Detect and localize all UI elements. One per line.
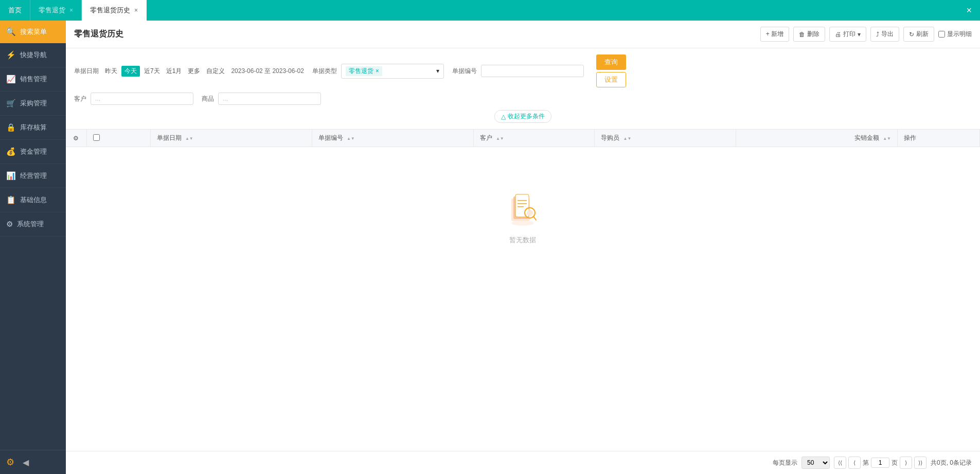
- svg-point-0: [511, 221, 534, 226]
- doc-number-filter-group: 单据编号: [452, 65, 584, 77]
- topbar-tabs: 首页 零售退货 × 零售退货历史 ×: [0, 0, 958, 21]
- empty-state: 暂无数据: [66, 147, 980, 286]
- date-opt-more[interactable]: 更多: [186, 66, 202, 77]
- print-button[interactable]: 🖨 打印 ▾: [829, 27, 866, 42]
- next-page-button[interactable]: ⟩: [900, 457, 912, 469]
- page-title: 零售退货历史: [74, 29, 123, 40]
- svg-line-8: [533, 216, 536, 220]
- topbar: 首页 零售退货 × 零售退货历史 × ×: [0, 0, 980, 21]
- customer-sort-icon: ▲▼: [496, 136, 504, 141]
- sidebar-item-finance[interactable]: 💰 资金管理: [0, 140, 66, 164]
- window-close-button[interactable]: ×: [958, 5, 980, 16]
- finance-icon: 💰: [6, 147, 16, 156]
- show-detail-checkbox[interactable]: [938, 31, 945, 38]
- purchase-icon: 🛒: [6, 99, 16, 108]
- sidebar-search-label: 搜索菜单: [20, 27, 47, 37]
- current-page-prefix: 第: [863, 459, 869, 467]
- speaker-icon[interactable]: ◀: [23, 458, 29, 467]
- svg-point-9: [527, 210, 533, 216]
- customer-placeholder: ...: [95, 95, 100, 102]
- th-checkbox[interactable]: [86, 130, 150, 147]
- show-detail-checkbox-label[interactable]: 显示明细: [938, 30, 972, 39]
- sidebar-item-label: 经营管理: [20, 171, 47, 180]
- sidebar-item-label: 采购管理: [20, 99, 47, 108]
- delete-button[interactable]: 🗑 删除: [793, 27, 825, 42]
- sales-icon: 📈: [6, 75, 16, 84]
- query-button[interactable]: 查询: [596, 54, 626, 70]
- date-opt-yesterday[interactable]: 昨天: [103, 66, 119, 77]
- th-doc-number[interactable]: 单据编号 ▲▼: [312, 130, 473, 147]
- filter-settings-button[interactable]: 设置: [596, 72, 626, 87]
- sidebar-bottom: ⚙ ◀: [0, 450, 66, 474]
- collapse-label: 收起更多条件: [508, 112, 545, 121]
- date-opt-today[interactable]: 今天: [121, 66, 140, 77]
- guide-sort-icon: ▲▼: [623, 136, 632, 141]
- last-page-button[interactable]: ⟩⟩: [914, 457, 926, 469]
- date-opt-1month[interactable]: 近1月: [164, 66, 184, 77]
- goods-placeholder: ...: [223, 95, 228, 102]
- sidebar-item-sales-mgmt[interactable]: 📈 销售管理: [0, 67, 66, 92]
- tab-retail-return-history[interactable]: 零售退货历史 ×: [82, 0, 147, 21]
- tab-retail-return-history-close[interactable]: ×: [134, 7, 138, 14]
- goods-select[interactable]: ...: [218, 93, 321, 105]
- refresh-button[interactable]: ↻ 刷新: [903, 27, 934, 42]
- empty-illustration: [502, 188, 543, 229]
- sidebar-item-quick-nav[interactable]: ⚡ 快捷导航: [0, 43, 66, 67]
- header-actions: + 新增 🗑 删除 🖨 打印 ▾ ⤴ 导出 ↻ 刷新: [760, 27, 972, 42]
- tab-retail-return[interactable]: 零售退货 ×: [30, 0, 82, 21]
- sidebar-search[interactable]: 🔍 搜索菜单: [0, 21, 66, 43]
- tab-home[interactable]: 首页: [0, 0, 30, 21]
- page-size-label: 每页显示: [773, 459, 797, 467]
- first-page-button[interactable]: ⟨⟨: [834, 457, 846, 469]
- table-container: ⚙ 单据日期 ▲▼ 单据编号 ▲▼: [66, 130, 980, 451]
- tab-retail-return-close[interactable]: ×: [69, 7, 73, 14]
- collapse-filters-button[interactable]: △ 收起更多条件: [494, 110, 551, 123]
- doc-date-sort-icon: ▲▼: [185, 136, 193, 141]
- customer-filter-group: 客户 ...: [74, 93, 193, 105]
- tab-home-label: 首页: [8, 6, 22, 15]
- system-icon: ⚙: [6, 220, 13, 229]
- sidebar-item-label: 快捷导航: [20, 50, 47, 60]
- th-guide[interactable]: 导购员 ▲▼: [595, 130, 736, 147]
- sidebar-item-label: 基础信息: [20, 195, 47, 205]
- page-number-input[interactable]: 1: [871, 458, 889, 468]
- doc-number-input[interactable]: [481, 65, 584, 77]
- th-customer[interactable]: 客户 ▲▼: [473, 130, 595, 147]
- page-suffix: 页: [892, 459, 898, 467]
- sidebar-item-system-mgmt[interactable]: ⚙ 系统管理: [0, 212, 66, 236]
- pagination: 每页显示 10 20 50 100 ⟨⟨ ⟨ 第 1 页 ⟩ ⟩⟩ 共0页, 0…: [66, 451, 980, 474]
- export-button[interactable]: ⤴ 导出: [870, 27, 899, 42]
- basic-info-icon: 📋: [6, 195, 16, 205]
- date-opt-custom[interactable]: 自定义: [204, 66, 227, 77]
- sidebar-item-inventory[interactable]: 🔒 库存核算: [0, 116, 66, 140]
- doc-type-tag: 零售退货 ×: [346, 66, 382, 76]
- doc-type-select[interactable]: 零售退货 × ▾: [341, 64, 444, 79]
- prev-page-button[interactable]: ⟨: [848, 457, 861, 469]
- amount-sort-icon: ▲▼: [883, 136, 891, 141]
- goods-filter-group: 商品 ...: [202, 93, 321, 105]
- th-actions: 操作: [898, 130, 980, 147]
- content-area: 零售退货历史 + 新增 🗑 删除 🖨 打印 ▾ ⤴ 导出 ↻: [66, 21, 980, 474]
- table-body: 暂无数据: [66, 147, 980, 286]
- date-opt-7days[interactable]: 近7天: [142, 66, 162, 77]
- settings-gear-icon[interactable]: ⚙: [6, 457, 14, 468]
- sidebar-item-operations[interactable]: 📊 经营管理: [0, 164, 66, 188]
- th-amount[interactable]: 实销金额 ▲▼: [736, 130, 898, 147]
- sidebar-item-purchase-mgmt[interactable]: 🛒 采购管理: [0, 92, 66, 116]
- doc-type-tag-close[interactable]: ×: [376, 67, 379, 75]
- date-range-value: 2023-06-02 至 2023-06-02: [231, 67, 304, 76]
- table-settings-icon[interactable]: ⚙: [73, 135, 79, 142]
- empty-text: 暂无数据: [509, 235, 536, 245]
- sidebar: 🔍 搜索菜单 ⚡ 快捷导航 📈 销售管理 🛒 采购管理 🔒 库存核算 💰 资金管…: [0, 21, 66, 474]
- doc-type-select-value: 零售退货 ×: [346, 66, 436, 76]
- sidebar-item-label: 资金管理: [20, 147, 47, 156]
- page-size-select[interactable]: 10 20 50 100: [801, 457, 830, 469]
- new-button[interactable]: + 新增: [760, 27, 789, 42]
- th-doc-date[interactable]: 单据日期 ▲▼: [150, 130, 312, 147]
- select-all-checkbox[interactable]: [93, 134, 100, 141]
- sidebar-item-label: 系统管理: [17, 220, 44, 229]
- th-settings[interactable]: ⚙: [66, 130, 86, 147]
- customer-select[interactable]: ...: [91, 93, 193, 105]
- customer-label: 客户: [74, 95, 86, 103]
- sidebar-item-basic-info[interactable]: 📋 基础信息: [0, 188, 66, 212]
